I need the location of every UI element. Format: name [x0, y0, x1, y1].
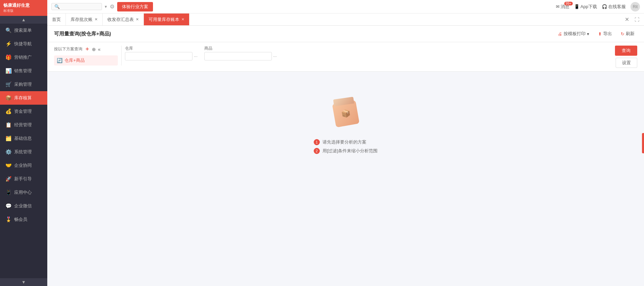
message-icon-area[interactable]: ✉ 消息 99+: [556, 4, 569, 10]
sidebar-item-marketing[interactable]: 🎁营销推广: [0, 51, 47, 64]
empty-hint-1: 1 请先选择要分析的方案: [314, 139, 378, 145]
empty-state: 📦 1 请先选择要分析的方案 2 用[过滤]条件来缩小分析范围: [47, 72, 644, 181]
hint-num-2: 2: [314, 148, 320, 154]
sidebar-item-label: 企业协同: [14, 162, 32, 168]
sidebar-item-purchase[interactable]: 🛒采购管理: [0, 78, 47, 91]
product-more-btn[interactable]: ···: [273, 54, 277, 59]
sidebar-item-label: 搜索菜单: [14, 27, 32, 33]
app-center-icon: 📱: [5, 189, 11, 196]
sidebar-item-sales[interactable]: 📊销售管理: [0, 64, 47, 78]
chevron-down-icon[interactable]: ▾: [105, 4, 107, 9]
product-input[interactable]: [204, 52, 272, 60]
sidebar-item-vip[interactable]: 🎖️畅会员: [0, 213, 47, 226]
sidebar: 畅康通好生意 标准版 ▲ 🔍搜索菜单⚡快捷导航🎁营销推广📊销售管理🛒采购管理📦库…: [0, 0, 47, 286]
print-label: 按模板打印: [564, 31, 586, 37]
scheme-collapse-btn[interactable]: «: [98, 47, 101, 52]
print-btn[interactable]: 🖨 按模板打印 ▾: [555, 30, 592, 38]
sidebar-item-app-center[interactable]: 📱应用中心: [0, 186, 47, 199]
online-service-link[interactable]: 🎧 在线客服: [602, 4, 626, 10]
industry-btn[interactable]: 体验行业方案: [117, 2, 153, 11]
sidebar-scroll-down[interactable]: ▼: [0, 278, 47, 286]
sidebar-scroll-up[interactable]: ▲: [0, 16, 47, 24]
filter-setting-btn[interactable]: 设置: [616, 58, 637, 68]
topbar-right: ✉ 消息 99+ 📱 App下载 🎧 在线客服 Rit: [556, 2, 640, 11]
sidebar-item-base[interactable]: 🗂️基础信息: [0, 132, 47, 145]
marketing-icon: 🎁: [5, 54, 11, 60]
sidebar-item-quick-nav[interactable]: ⚡快捷导航: [0, 37, 47, 51]
query-btn[interactable]: 查询: [615, 46, 637, 56]
sidebar-item-wechat[interactable]: 💬企业微信: [0, 199, 47, 213]
cooperation-icon: 🤝: [5, 162, 11, 168]
gear-icon[interactable]: ⚙: [110, 3, 114, 10]
tab-label-warehouse-summary: 收发存汇总表: [107, 17, 134, 23]
tab-close-warehouse-summary[interactable]: ✕: [136, 17, 139, 22]
sidebar-item-system[interactable]: ⚙️系统管理: [0, 145, 47, 159]
sidebar-item-inventory[interactable]: 📦库存核算: [0, 91, 47, 105]
tabbar-right: ✕ ⛶: [623, 16, 644, 23]
app-label: App下载: [581, 4, 597, 10]
app-download-link[interactable]: 📱 App下载: [574, 4, 597, 10]
avatar-text: Rit: [633, 4, 638, 9]
sidebar-item-cooperation[interactable]: 🤝企业协同: [0, 159, 47, 172]
scheme-add-btn[interactable]: ＋: [84, 46, 90, 53]
page-title: 可用量查询(按仓库+商品): [54, 31, 111, 37]
scheme-label: 按以下方案查询: [54, 46, 82, 52]
tab-available-qty[interactable]: 可用量库存账本✕: [144, 14, 189, 25]
wechat-icon: 💬: [5, 203, 11, 209]
filter-actions: 查询 设置: [615, 46, 637, 68]
sales-icon: 📊: [5, 68, 11, 74]
warehouse-input[interactable]: [125, 52, 192, 60]
export-icon: ⬆: [598, 31, 602, 36]
sidebar-item-label: 企业微信: [14, 203, 32, 209]
tab-home[interactable]: 首页: [47, 14, 66, 25]
export-label: 导出: [603, 31, 612, 37]
sidebar-item-label: 资金管理: [14, 108, 32, 114]
base-icon: 🗂️: [5, 135, 11, 141]
user-avatar[interactable]: Rit: [630, 2, 640, 11]
tab-warehouse-summary[interactable]: 收发存汇总表✕: [103, 14, 144, 25]
tab-label-batch-account: 库存批次账: [71, 17, 93, 23]
refresh-label: 刷新: [626, 31, 635, 37]
warehouse-more-btn[interactable]: ···: [194, 54, 198, 59]
tab-label-available-qty: 可用量库存账本: [149, 17, 179, 23]
system-icon: ⚙️: [5, 149, 11, 155]
page-header: 可用量查询(按仓库+商品) 🖨 按模板打印 ▾ ⬆ 导出 ↻ 刷新: [47, 26, 644, 42]
hint-num-1: 1: [314, 139, 320, 145]
sidebar-item-label: 库存核算: [14, 95, 32, 101]
search-icon: 🔍: [5, 27, 11, 33]
vip-icon: 🎖️: [5, 216, 11, 223]
message-icon: ✉: [556, 4, 560, 9]
filter-area: 按以下方案查询 ＋ ⊕ « 🔄 仓库+商品 仓库 ···: [47, 42, 644, 72]
brand-name: 畅康通好生意: [3, 3, 30, 8]
tab-close-batch-account[interactable]: ✕: [95, 17, 98, 22]
refresh-btn[interactable]: ↻ 刷新: [618, 30, 637, 38]
sidebar-header: 畅康通好生意 标准版: [0, 0, 47, 16]
sidebar-item-operation[interactable]: 📋经营管理: [0, 118, 47, 132]
warehouse-filter-field: 仓库 ···: [125, 46, 198, 60]
sidebar-item-label: 采购管理: [14, 81, 32, 87]
empty-box-graphic: 📦: [332, 100, 359, 127]
empty-hints: 1 请先选择要分析的方案 2 用[过滤]条件来缩小分析范围: [314, 139, 378, 154]
sidebar-item-guide[interactable]: 🚀新手引导: [0, 172, 47, 186]
tabbar: 首页库存批次账✕收发存汇总表✕可用量库存账本✕ ✕ ⛶: [47, 14, 644, 26]
sidebar-item-search[interactable]: 🔍搜索菜单: [0, 24, 47, 37]
topbar-search-box[interactable]: 🔍: [51, 3, 102, 10]
sidebar-item-label: 基础信息: [14, 135, 32, 141]
scheme-header: 按以下方案查询 ＋ ⊕ «: [54, 46, 118, 53]
scheme-setting-btn[interactable]: ⊕: [92, 47, 96, 52]
product-input-row: ···: [204, 52, 277, 60]
sidebar-item-label: 应用中心: [14, 189, 32, 196]
expand-btn[interactable]: ⛶: [633, 16, 641, 23]
export-btn[interactable]: ⬆ 导出: [595, 30, 615, 38]
sidebar-item-label: 快捷导航: [14, 41, 32, 47]
hint-text-2: 用[过滤]条件来缩小分析范围: [323, 148, 378, 154]
scheme-panel: 按以下方案查询 ＋ ⊕ « 🔄 仓库+商品: [54, 46, 122, 66]
sidebar-item-finance[interactable]: 💰资金管理: [0, 105, 47, 118]
warehouse-input-row: ···: [125, 52, 198, 60]
service-label: 在线客服: [608, 4, 626, 10]
scheme-item-warehouse-product[interactable]: 🔄 仓库+商品: [54, 55, 118, 66]
close-all-tabs-btn[interactable]: ✕: [623, 16, 631, 23]
tab-batch-account[interactable]: 库存批次账✕: [66, 14, 103, 25]
search-input[interactable]: [61, 4, 95, 9]
tab-close-available-qty[interactable]: ✕: [181, 17, 184, 22]
